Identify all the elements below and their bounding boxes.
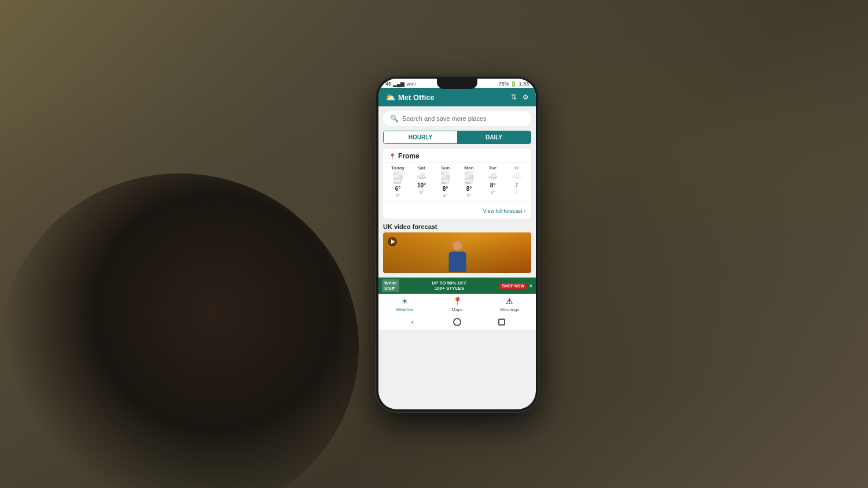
android-home-button[interactable] <box>453 317 462 327</box>
presenter-body <box>448 252 466 272</box>
nav-item-warnings[interactable]: ⚠ Warnings <box>483 297 536 312</box>
header-icons: ⇅ ⚙ <box>511 93 529 101</box>
location-name: Frome <box>398 152 420 160</box>
bottom-nav: ☀ Weather 📍 Maps ⚠ Warnings <box>378 294 536 315</box>
presenter-head <box>453 241 462 250</box>
forecast-day-tue: Tue ☁️ 8° 3° <box>481 165 504 198</box>
warnings-nav-label: Warnings <box>500 307 520 312</box>
temp-high-tue: 8° <box>490 182 496 188</box>
presenter-image <box>447 241 468 273</box>
play-icon <box>391 239 395 244</box>
weather-icon-sat: ☁️ <box>417 172 426 180</box>
settings-icon[interactable]: ⚙ <box>523 93 529 101</box>
view-forecast-link[interactable]: View full forecast › <box>483 208 525 214</box>
recents-square-icon <box>498 319 505 326</box>
android-nav-bar: ‹ <box>378 315 536 330</box>
maps-nav-label: Maps <box>451 307 463 312</box>
phone-device: 46 ▂▄▆ WiFi 76% 🔋 1:33 ⛅ Met Office ⇅ <box>376 76 538 412</box>
temp-low-sat: 6° <box>420 190 424 195</box>
status-right: 76% 🔋 1:33 <box>498 81 529 87</box>
logo-text: Met Office <box>398 93 435 102</box>
weather-nav-icon: ☀ <box>401 297 409 306</box>
carrier-text: 46 <box>385 81 391 87</box>
signal-icon: ▂▄▆ <box>393 81 404 87</box>
weather-icon-sun: 🌫️ <box>440 172 450 180</box>
logo-icon: ⛅ <box>385 93 395 102</box>
phone-notch <box>437 79 477 89</box>
temp-low-wed: 4 <box>515 190 517 195</box>
temp-high-sun: 8° <box>443 186 448 192</box>
forecast-tabs: HOURLY DAILY <box>383 131 531 144</box>
wifi-icon: WiFi <box>406 82 415 87</box>
weather-icon-tue: ☁️ <box>488 172 498 180</box>
video-thumbnail[interactable] <box>383 232 531 273</box>
day-label-sun: Sun <box>441 165 450 171</box>
day-label-sat: Sat <box>418 165 425 171</box>
android-back-button[interactable]: ‹ <box>408 317 417 327</box>
forecast-day-mon: Mon 🌫️ MIST 8° 5° <box>458 165 480 198</box>
video-title: UK video forecast <box>383 223 531 230</box>
forecast-day-sat: Sat ☁️ 10° 6° <box>410 165 433 198</box>
forecast-day-wed: W ☁️ 7 4 <box>505 165 528 198</box>
weather-icon-wed: ☁️ <box>512 172 521 180</box>
temp-high-mon: 8° <box>466 186 472 192</box>
home-circle-icon <box>453 318 461 326</box>
sort-icon[interactable]: ⇅ <box>511 93 517 101</box>
ad-banner: WhiteStuff UP TO 50% OFF100+ STYLES SHOP… <box>378 278 536 294</box>
video-section: UK video forecast <box>383 223 531 273</box>
battery-icon: 🔋 <box>510 81 517 87</box>
battery-percent: 76% <box>498 81 509 87</box>
search-icon: 🔍 <box>390 114 399 123</box>
temp-low-mon: 5° <box>467 193 472 198</box>
ad-close-button[interactable]: × <box>529 283 532 289</box>
nav-item-weather[interactable]: ☀ Weather <box>378 297 431 312</box>
ad-text: UP TO 50% OFF100+ STYLES <box>402 280 498 291</box>
forecast-day-today: Today 🌫️ MIST 6° 5° <box>387 165 409 198</box>
weather-nav-label: Weather <box>396 307 413 312</box>
location-pin-icon: 📍 <box>389 153 396 160</box>
weather-label-mon: MIST <box>465 181 473 184</box>
day-label: Today <box>391 165 404 171</box>
day-label-wed: W <box>514 165 519 171</box>
search-bar[interactable]: 🔍 Search and save more places <box>383 111 531 126</box>
tab-daily[interactable]: DAILY <box>457 131 531 143</box>
day-label-mon: Mon <box>464 165 473 171</box>
weather-label-sun: MIST <box>441 181 449 184</box>
play-button[interactable] <box>388 237 397 246</box>
nav-item-maps[interactable]: 📍 Maps <box>431 297 484 312</box>
app-header: ⛅ Met Office ⇅ ⚙ <box>378 88 536 106</box>
warnings-nav-icon: ⚠ <box>506 297 513 306</box>
app-logo: ⛅ Met Office <box>385 93 435 102</box>
location-header: 📍 Frome <box>383 149 531 163</box>
temp-low-tue: 3° <box>491 190 495 195</box>
temp-high-wed: 7 <box>515 182 518 188</box>
ad-logo: WhiteStuff <box>382 279 399 292</box>
tab-hourly[interactable]: HOURLY <box>384 131 457 143</box>
temp-low-sun: 4° <box>443 193 448 198</box>
status-left: 46 ▂▄▆ WiFi <box>385 81 415 87</box>
weather-icon-mon: 🌫️ <box>464 172 474 180</box>
weather-label-today: MIST <box>393 181 402 184</box>
back-arrow-icon: ‹ <box>411 318 414 326</box>
search-placeholder: Search and save more places <box>402 115 487 122</box>
forecast-grid: Today 🌫️ MIST 6° 5° Sat ☁️ 10° 6° <box>383 163 531 201</box>
view-full-forecast[interactable]: View full forecast › <box>383 201 531 219</box>
day-label-tue: Tue <box>489 165 497 171</box>
temp-low-today: 5° <box>396 193 400 198</box>
temp-high-sat: 10° <box>417 182 426 188</box>
forecast-day-sun: Sun 🌫️ MIST 8° 4° <box>434 165 457 198</box>
temp-high-today: 6° <box>395 186 401 192</box>
time-display: 1:33 <box>518 81 529 87</box>
weather-icon-today: 🌫️ <box>393 172 403 180</box>
android-recents-button[interactable] <box>497 317 506 327</box>
forecast-card: 📍 Frome Today 🌫️ MIST 6° 5° Sat <box>383 149 531 219</box>
maps-nav-icon: 📍 <box>453 297 462 306</box>
phone-screen: 46 ▂▄▆ WiFi 76% 🔋 1:33 ⛅ Met Office ⇅ <box>378 79 536 409</box>
ad-cta-button[interactable]: SHOP NOW <box>499 283 527 289</box>
